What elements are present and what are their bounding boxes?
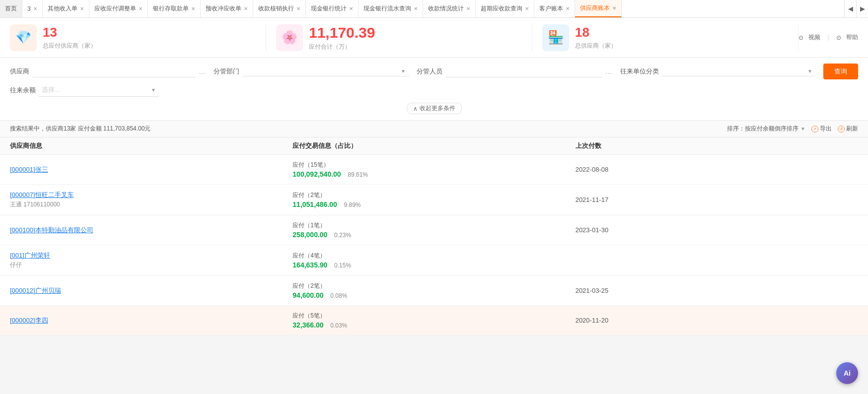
dept-select[interactable]: ▼ — [242, 66, 409, 76]
trade-percent: 89.61% — [348, 171, 368, 178]
category-select[interactable]: ▼ — [662, 66, 816, 76]
nav-tab-supplier-ledger[interactable]: 供应商账本 ✕ — [575, 0, 622, 17]
balance-label: 往来余额 — [10, 86, 36, 95]
nav-tab-collection-stat-label: 收款情况统计 — [428, 4, 464, 13]
nav-tab-ar-ap-adjust-label: 应收应付调整单 — [94, 4, 136, 13]
table-row: [000001]张三 应付（15笔） 100,092,540.00 89.61%… — [0, 155, 868, 185]
supplier-link[interactable]: [000001]张三 — [10, 165, 292, 174]
close-icon[interactable]: ✕ — [80, 6, 84, 11]
balance-select[interactable]: 选择... ▼ — [39, 83, 159, 97]
close-icon[interactable]: ✕ — [566, 6, 570, 11]
export-label: 导出 — [820, 125, 832, 133]
payable-suppliers-number: 13 — [43, 25, 96, 40]
refresh-button[interactable]: ↺ 刷新 — [838, 125, 858, 133]
sort-label: 排序：按应付余额倒序排序 — [727, 125, 798, 133]
trade-label: 应付（5笔） — [292, 312, 575, 320]
trade-cell: 应付（2笔） 11,051,486.00 9.89% — [292, 191, 575, 208]
supplier-link[interactable]: [001]广州荣轩 — [10, 251, 292, 260]
supplier-link[interactable]: [000012]广州贝瑞 — [10, 286, 292, 295]
person-dots-icon[interactable]: ... — [605, 67, 612, 76]
summary-card-suppliers-payable: 💎 13 总应付供应商（家） — [10, 24, 266, 51]
trade-percent: 0.23% — [334, 232, 351, 239]
person-input[interactable] — [445, 66, 602, 77]
close-icon[interactable]: ✕ — [33, 6, 37, 11]
nav-prev-arrow[interactable]: ◀ — [844, 0, 856, 18]
close-icon[interactable]: ✕ — [191, 6, 195, 11]
export-icon: ↗ — [811, 126, 818, 132]
close-icon[interactable]: ✕ — [466, 6, 470, 11]
nav-tab-overdue-query-label: 超期应收款查询 — [481, 4, 522, 13]
nav-tab-3[interactable]: 3 ✕ — [22, 0, 43, 17]
supplier-input[interactable] — [32, 66, 196, 77]
divider: ｜ — [825, 33, 831, 42]
nav-tab-customer-ledger[interactable]: 客户账本 ✕ — [534, 0, 575, 17]
filter-row-1: 供应商 ... 分管部门 ▼ 分管人员 ... 往来单位分类 ▼ 查询 — [10, 64, 858, 79]
last-pay-cell: 2021-03-25 — [576, 287, 858, 294]
col-last-pay: 上次付数 — [576, 141, 858, 150]
payable-total-text: 11,170.39 应付合计（万） — [309, 24, 375, 51]
trade-cell: 应付（1笔） 258,000.00 0.23% — [292, 221, 575, 239]
col-trade-info: 应付交易信息（占比） — [292, 141, 575, 150]
nav-tab-pre-receive[interactable]: 预收冲应收单 ✕ — [201, 0, 253, 17]
export-button[interactable]: ↗ 导出 — [811, 125, 832, 133]
trade-cell: 应付（5笔） 32,366.00 0.03% — [292, 312, 575, 329]
trade-label: 应付（2笔） — [292, 282, 575, 290]
supplier-label: 供应商 — [10, 67, 29, 76]
trade-amount: 164,635.90 — [292, 261, 327, 269]
last-pay-cell: 2022-08-08 — [576, 166, 858, 173]
col-supplier-info: 供应商信息 — [10, 141, 292, 150]
sort-select[interactable]: 排序：按应付余额倒序排序 ▼ — [727, 125, 805, 133]
refresh-icon: ↺ — [838, 126, 845, 132]
last-pay-cell: 2021-11-17 — [576, 196, 858, 203]
trade-percent: 0.08% — [330, 292, 347, 299]
trade-amount: 100,092,540.00 — [292, 170, 341, 178]
nav-tab-cash-bank-stat[interactable]: 现金银行统计 ✕ — [306, 0, 359, 17]
close-icon[interactable]: ✕ — [349, 6, 353, 11]
payable-total-icon: 🌸 — [276, 24, 303, 51]
close-icon[interactable]: ✕ — [296, 6, 300, 11]
close-icon[interactable]: ✕ — [525, 6, 529, 11]
close-icon[interactable]: ✕ — [139, 6, 143, 11]
supplier-link[interactable]: [000007]恒旺二手叉车 — [10, 191, 292, 199]
nav-tab-bank-deposit[interactable]: 银行存取款单 ✕ — [148, 0, 201, 17]
nav-tab-collection-verify[interactable]: 收款核销执行 ✕ — [253, 0, 306, 17]
query-button[interactable]: 查询 — [823, 64, 858, 79]
supplier-link[interactable]: [000100]本特勤油品有限公司 — [10, 226, 292, 235]
close-icon[interactable]: ✕ — [414, 6, 418, 11]
trade-percent: 0.15% — [334, 262, 351, 269]
payable-suppliers-label: 总应付供应商（家） — [43, 42, 96, 50]
supplier-sub: 王通 17106110000 — [10, 200, 292, 209]
table-row: [000002]李四 应付（5笔） 32,366.00 0.03% 2020-1… — [0, 306, 868, 335]
close-icon[interactable]: ✕ — [612, 5, 616, 11]
help-link[interactable]: 帮助 — [846, 33, 858, 42]
chevron-down-icon: ▼ — [800, 126, 805, 131]
close-icon[interactable]: ✕ — [244, 6, 248, 11]
trade-label: 应付（4笔） — [292, 252, 575, 260]
summary-card-payable-total: 🌸 11,170.39 应付合计（万） — [266, 24, 532, 51]
supplier-dots-icon[interactable]: ... — [199, 67, 205, 76]
trade-cell: 应付（15笔） 100,092,540.00 89.61% — [292, 161, 575, 178]
collapse-button[interactable]: ∧ 收起更多条件 — [407, 103, 462, 114]
person-filter: 分管人员 ... — [417, 66, 612, 77]
nav-next-arrow[interactable]: ▶ — [856, 0, 868, 18]
nav-tab-overdue-query[interactable]: 超期应收款查询 ✕ — [476, 0, 534, 17]
supplier-filter: 供应商 ... — [10, 66, 206, 77]
nav-tab-ar-ap-adjust[interactable]: 应收应付调整单 ✕ — [89, 0, 148, 17]
video-link[interactable]: 视频 — [808, 33, 820, 42]
dept-label: 分管部门 — [214, 67, 239, 76]
results-bar: 搜索结果中，供应商13家 应付金额 111,703,854.00元 排序：按应付… — [0, 121, 868, 137]
supplier-cell: [001]广州荣轩 仔仔 — [10, 251, 292, 269]
summary-card-total-suppliers: 🏪 18 总供应商（家） — [532, 24, 798, 51]
supplier-link[interactable]: [000002]李四 — [10, 316, 292, 325]
nav-tab-home[interactable]: 首页 — [0, 0, 22, 17]
supplier-cell: [000007]恒旺二手叉车 王通 17106110000 — [10, 191, 292, 209]
supplier-cell: [000012]广州贝瑞 — [10, 286, 292, 295]
chevron-down-icon: ▼ — [151, 87, 156, 93]
help-icon: ⊙ — [836, 34, 841, 41]
nav-tab-cash-bank-flow-label: 现金银行流水查询 — [363, 4, 411, 13]
nav-tab-collection-stat[interactable]: 收款情况统计 ✕ — [423, 0, 476, 17]
nav-tab-other-income[interactable]: 其他收入单 ✕ — [43, 0, 89, 17]
balance-filter: 往来余额 选择... ▼ — [10, 83, 159, 97]
nav-tab-cash-bank-flow[interactable]: 现金银行流水查询 ✕ — [359, 0, 423, 17]
supplier-cell: [000001]张三 — [10, 165, 292, 174]
